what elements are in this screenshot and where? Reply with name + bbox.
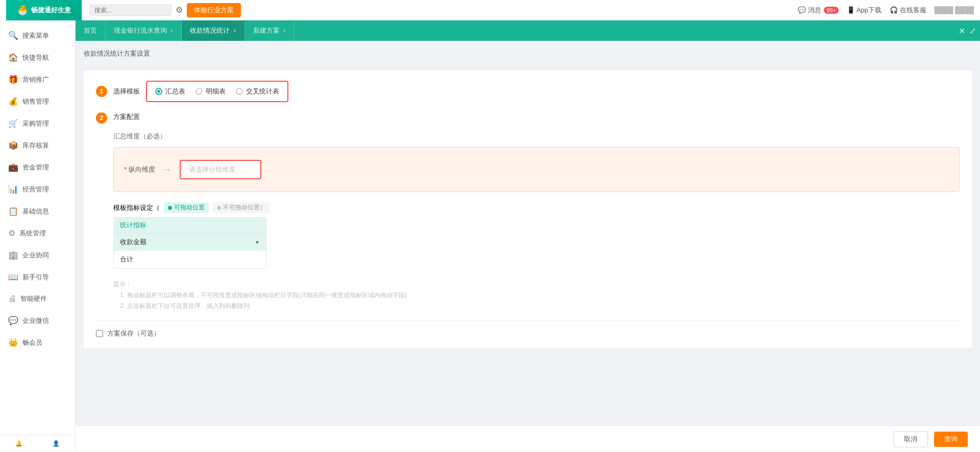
tab-new-plan-close[interactable]: × (283, 28, 286, 34)
header-left: 🐣 畅捷通好生意 ⚙ 体验行业方案 (6, 0, 241, 20)
sidebar-bottom-icon2[interactable]: 👤 (53, 440, 60, 447)
metrics-table-data-row: 合计 (114, 251, 266, 268)
logo-text: 畅捷通好生意 (31, 6, 71, 15)
app-download-link[interactable]: 📱 App下载 (847, 6, 881, 15)
radio-detail[interactable]: 明细表 (195, 87, 226, 96)
sidebar-item-search-menu[interactable]: 🔍 搜索菜单 (0, 25, 75, 46)
tab-bank-flow[interactable]: 现金银行流水查询 × (106, 20, 182, 41)
save-option-label: 方案保存（可选） (107, 329, 160, 338)
trial-button[interactable]: 体验行业方案 (187, 3, 241, 17)
sidebar-item-operations[interactable]: 📊 经营管理 (0, 178, 75, 200)
dimension-title-text: 汇总维度（必选） (113, 132, 166, 140)
step1-row: 1 选择模板 汇总表 明细表 (96, 81, 960, 102)
movable-label: 可拖动位置 (174, 203, 205, 212)
save-checkbox[interactable] (96, 330, 103, 337)
online-service-link[interactable]: 🎧 在线客服 (890, 6, 926, 15)
sidebar-item-capital[interactable]: 💼 资金管理 (0, 156, 75, 178)
metrics-section: 模板指标设定（ 可拖动位置 不可拖动位置） (113, 202, 960, 269)
inventory-icon: 📦 (8, 140, 18, 150)
metrics-col-header-amount[interactable]: 收款金额 ▼ (114, 233, 266, 251)
vertical-label: * 纵向维度 (124, 165, 155, 174)
sidebar-item-label: 资金管理 (22, 163, 49, 172)
tab-home[interactable]: 首页 (76, 20, 106, 41)
metrics-table-header: 统计指标 (114, 218, 266, 233)
tab-collection-stat-close[interactable]: × (233, 28, 236, 34)
radio-summary-dot (157, 90, 160, 93)
radio-summary-label: 汇总表 (165, 87, 185, 96)
sidebar-item-label: 采购管理 (22, 119, 49, 128)
query-button[interactable]: 查询 (934, 432, 968, 447)
sidebar-item-guide[interactable]: 📖 新手引导 (0, 266, 75, 288)
gear-button[interactable]: ⚙ (176, 5, 183, 15)
wechat-icon: 💬 (8, 316, 18, 325)
dimension-section-title: 汇总维度（必选） (113, 132, 960, 141)
sidebar-item-label: 畅会员 (22, 338, 42, 347)
step1-label: 选择模板 (113, 87, 140, 96)
tab-close-all-button[interactable]: ✕ (959, 26, 965, 36)
logo-icon: 🐣 (17, 5, 28, 16)
sidebar-item-inventory[interactable]: 📦 库存核算 (0, 134, 75, 156)
sidebar-item-label: 库存核算 (22, 141, 49, 150)
tab-new-plan[interactable]: 新建方案 × (245, 20, 295, 41)
quick-nav-icon: 🏠 (8, 53, 18, 62)
sidebar-item-label: 销售管理 (22, 97, 49, 106)
tab-new-plan-label: 新建方案 (253, 26, 280, 35)
sidebar-bottom-icon1[interactable]: 🔔 (15, 440, 22, 447)
radio-summary[interactable]: 汇总表 (155, 87, 185, 96)
hints-section: 提示： 1. 拖动标题栏可以调整布局，不可跨维度或指标区域拖动栏目字段(只能在同… (113, 279, 960, 312)
sidebar-item-label: 经营管理 (22, 185, 49, 194)
bottom-icon2: 👤 (53, 440, 60, 447)
radio-cross[interactable]: 交叉统计表 (236, 87, 279, 96)
radio-cross-label: 交叉统计表 (246, 87, 279, 96)
sidebar-item-member[interactable]: 👑 畅会员 (0, 331, 75, 353)
cancel-button[interactable]: 取消 (893, 431, 928, 447)
dimension-selector[interactable]: 请选择分组维度 (180, 160, 261, 179)
sidebar-item-wechat[interactable]: 💬 企业微信 (0, 310, 75, 331)
tab-collection-stat-label: 收款情况统计 (190, 26, 230, 35)
bottom-icon1: 🔔 (15, 440, 22, 447)
save-option: 方案保存（可选） (96, 329, 960, 338)
top-header: 🐣 畅捷通好生意 ⚙ 体验行业方案 💬 消息 99+ 📱 App下载 🎧 在线客… (0, 0, 980, 20)
dimension-area: * 纵向维度 → 请选择分组维度 (113, 147, 960, 192)
tab-home-label: 首页 (84, 26, 97, 35)
notification-area[interactable]: 💬 消息 99+ (798, 6, 839, 15)
metrics-table: 统计指标 收款金额 ▼ 合计 (113, 217, 266, 269)
sidebar-item-system[interactable]: ⚙ 系统管理 (0, 222, 75, 244)
sidebar-item-label: 营销推广 (22, 75, 49, 84)
header-right: 💬 消息 99+ 📱 App下载 🎧 在线客服 ████ ████ (798, 6, 974, 15)
hint-2: 2. 点击标题栏下拉可设置排序、插入列和删除列 (113, 301, 960, 312)
template-selection: 汇总表 明细表 交叉统计表 (146, 81, 288, 102)
guide-icon: 📖 (8, 272, 18, 282)
hint-1: 1. 拖动标题栏可以调整布局，不可跨维度或指标区域拖动栏目字段(只能在同一维度或… (113, 290, 960, 301)
user-info: ████ ████ (935, 6, 974, 14)
metrics-section-label: 模板指标设定（ (113, 203, 160, 212)
step2-label: 方案配置 (113, 112, 140, 122)
sidebar-item-purchase[interactable]: 🛒 采购管理 (0, 112, 75, 134)
search-input[interactable] (90, 5, 172, 16)
radio-detail-label: 明细表 (206, 87, 226, 96)
sidebar-item-label: 新手引导 (22, 273, 49, 282)
content-area: 收款情况统计方案设置 1 选择模板 汇总表 (76, 41, 980, 425)
sidebar-item-basic-info[interactable]: 📋 基础信息 (0, 200, 75, 222)
member-icon: 👑 (8, 338, 18, 347)
tab-bank-flow-label: 现金银行流水查询 (114, 26, 167, 35)
sidebar-item-hardware[interactable]: 🖨 智能硬件 (0, 288, 75, 310)
tab-maximize-button[interactable]: ⤢ (969, 26, 976, 36)
sidebar-item-label: 系统管理 (19, 229, 46, 238)
metrics-table-header-row: 收款金额 ▼ (114, 233, 266, 251)
sidebar-item-sales[interactable]: 💰 销售管理 (0, 90, 75, 112)
arrow-icon: → (163, 165, 172, 174)
sidebar-item-quick-nav[interactable]: 🏠 快捷导航 (0, 46, 75, 68)
page-title: 收款情况统计方案设置 (84, 49, 972, 62)
sidebar-bottom: 🔔 👤 (0, 435, 75, 452)
metrics-col-total: 合计 (114, 251, 266, 268)
sidebar-item-marketing[interactable]: 🎁 营销推广 (0, 68, 75, 90)
hardware-icon: 🖨 (8, 294, 16, 303)
tab-bank-flow-close[interactable]: × (170, 28, 173, 34)
tab-collection-stat[interactable]: 收款情况统计 × (182, 20, 244, 41)
sidebar-item-enterprise[interactable]: 🏢 企业协同 (0, 244, 75, 266)
main-content: 首页 现金银行流水查询 × 收款情况统计 × 新建方案 × ✕ ⤢ 收款情况统计… (76, 20, 980, 452)
sidebar-item-label: 快捷导航 (22, 53, 49, 62)
non-movable-dot (217, 206, 221, 210)
sidebar-item-label: 基础信息 (22, 207, 49, 216)
